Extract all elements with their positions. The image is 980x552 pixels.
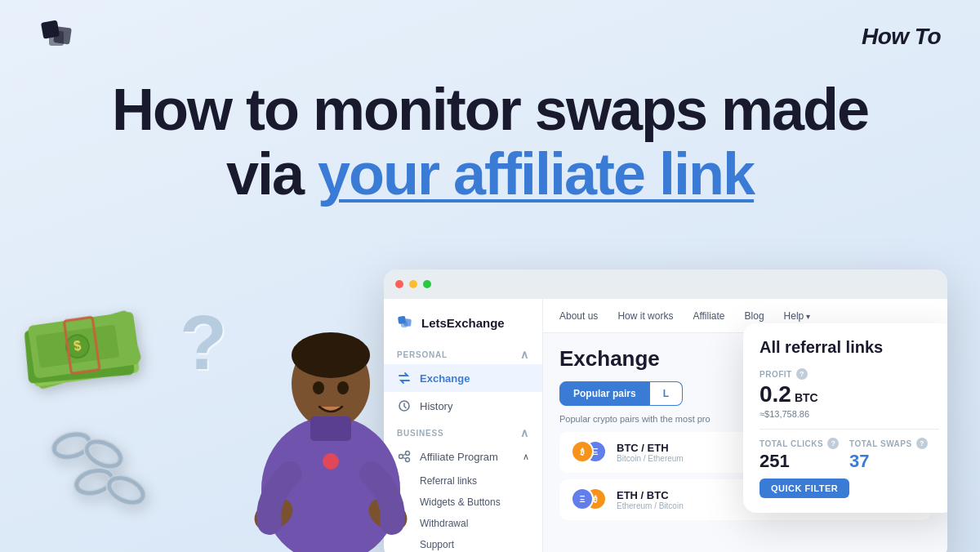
svg-point-18 bbox=[105, 473, 147, 507]
referral-stats-row: TOTAL CLICKS ? 251 TOTAL SWAPS ? 37 bbox=[760, 438, 939, 472]
nav-about[interactable]: About us bbox=[559, 307, 598, 325]
logo[interactable] bbox=[39, 15, 80, 59]
btc-icon: ₿ bbox=[571, 440, 594, 463]
money-decoration: $ bbox=[16, 282, 153, 412]
total-clicks-label: TOTAL CLICKS bbox=[760, 439, 823, 448]
main-title-block: How to monitor swaps made via your affil… bbox=[0, 78, 980, 207]
profit-label: PROFIT bbox=[760, 370, 792, 379]
nav-blog[interactable]: Blog bbox=[745, 307, 764, 325]
highlight-text: your affiliate link bbox=[318, 141, 754, 207]
clicks-help-icon[interactable]: ? bbox=[827, 438, 839, 449]
svg-rect-2 bbox=[49, 31, 64, 46]
app-main-panel: About us How it works Affiliate Blog Hel… bbox=[543, 299, 947, 552]
profit-help-icon[interactable]: ? bbox=[796, 368, 808, 380]
sidebar-exchange-label: Exchange bbox=[420, 372, 470, 385]
svg-rect-23 bbox=[310, 416, 351, 441]
browser-chrome bbox=[384, 269, 947, 299]
person-cutout bbox=[241, 310, 421, 552]
top-bar: How To bbox=[0, 0, 980, 73]
nav-affiliate[interactable]: Affiliate bbox=[693, 307, 724, 325]
nav-howitworks[interactable]: How it works bbox=[617, 307, 673, 325]
pair-icons-ethbtc: Ξ ₿ bbox=[571, 487, 607, 512]
total-swaps-value: 37 bbox=[849, 451, 939, 472]
sidebar-history-label: History bbox=[420, 400, 452, 412]
total-swaps-stat: TOTAL SWAPS ? 37 bbox=[849, 438, 939, 472]
referral-divider bbox=[760, 429, 939, 430]
svg-point-22 bbox=[292, 332, 370, 378]
how-to-label: How To bbox=[862, 24, 941, 50]
profit-usd: ≈$13,758.86 bbox=[760, 409, 939, 419]
svg-point-27 bbox=[337, 381, 349, 394]
tab-l[interactable]: L bbox=[650, 381, 683, 406]
nav-help[interactable]: Help bbox=[784, 307, 810, 325]
maximize-dot bbox=[423, 280, 431, 288]
total-swaps-label: TOTAL SWAPS bbox=[849, 439, 912, 448]
close-dot bbox=[395, 280, 403, 288]
minimize-dot bbox=[409, 280, 417, 288]
total-clicks-value: 251 bbox=[760, 451, 849, 472]
swaps-help-icon[interactable]: ? bbox=[916, 438, 928, 449]
total-clicks-stat: TOTAL CLICKS ? 251 bbox=[760, 438, 849, 472]
profit-value: 0.2 bbox=[760, 381, 791, 407]
referral-card-title: All referral links bbox=[760, 338, 939, 357]
question-mark-decoration: ? bbox=[180, 298, 227, 387]
svg-point-26 bbox=[313, 381, 324, 394]
sidebar-logo-text: LetsExchange bbox=[421, 316, 505, 330]
main-heading: How to monitor swaps made via your affil… bbox=[33, 78, 947, 207]
referral-card: All referral links PROFIT ? 0.2 BTC ≈$13… bbox=[743, 323, 947, 513]
tab-popular-pairs[interactable]: Popular pairs bbox=[559, 381, 650, 406]
svg-point-14 bbox=[82, 437, 124, 471]
profit-row: PROFIT ? 0.2 BTC ≈$13,758.86 bbox=[760, 368, 939, 419]
quick-filter-button[interactable]: QUICK FILTER bbox=[760, 479, 849, 498]
sidebar-affiliate-label: Affiliate Program bbox=[420, 451, 498, 463]
eth2-icon: Ξ bbox=[571, 487, 594, 510]
browser-content: LetsExchange PERSONAL ∧ Exchange History… bbox=[384, 299, 947, 552]
browser-mockup: LetsExchange PERSONAL ∧ Exchange History… bbox=[384, 269, 947, 552]
chain-decoration bbox=[40, 407, 176, 538]
pair-icons-btceth: ₿ Ξ bbox=[571, 440, 607, 465]
svg-point-28 bbox=[323, 453, 339, 470]
profit-currency: BTC bbox=[795, 391, 818, 404]
